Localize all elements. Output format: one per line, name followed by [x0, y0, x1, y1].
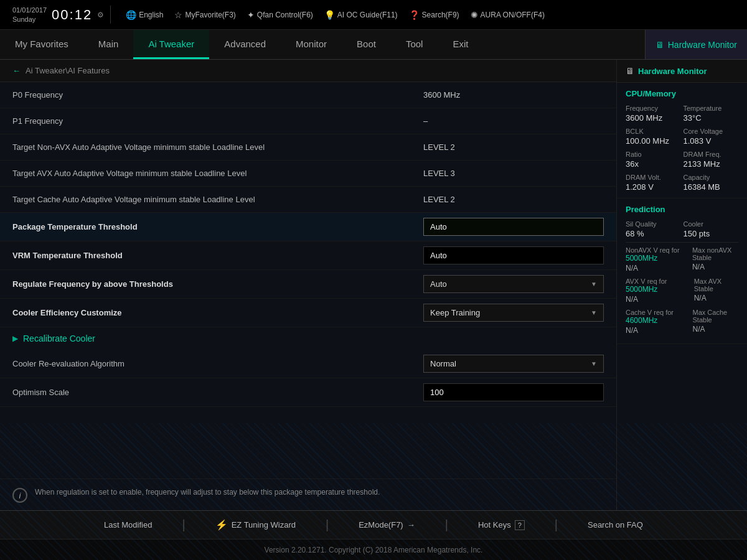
sil-quality-cell: Sil Quality 68 %	[626, 220, 681, 238]
cooler-pts-label: Cooler	[684, 220, 739, 228]
temp-label: Temperature	[684, 105, 739, 112]
avx-req-value: N/A	[626, 295, 694, 304]
max-avx-cell: Max AVX Stable N/A	[694, 278, 738, 304]
cooler-algo-dropdown[interactable]: Normal ▼	[423, 355, 604, 373]
cache-label: Target Cache Auto Adaptive Voltage minim…	[12, 195, 423, 204]
cooler-algo-label: Cooler Re-evaluation Algorithm	[12, 359, 423, 368]
max-nonavx-cell: Max nonAVX Stable N/A	[692, 246, 738, 273]
pkg-temp-input[interactable]: Auto	[423, 218, 604, 236]
cpu-memory-grid: Frequency 3600 MHz Temperature 33°C BCLK…	[626, 105, 738, 192]
vrm-temp-input[interactable]: Auto	[423, 246, 604, 264]
time-display: 00:12	[52, 7, 92, 23]
table-row: Target AVX Auto Adaptive Voltage minimum…	[0, 161, 616, 187]
pkg-temp-row[interactable]: Package Temperature Threshold Auto	[0, 213, 616, 241]
table-row: P0 Frequency 3600 MHz	[0, 82, 616, 108]
nonavx-section: NonAVX V req for 5000MHz N/A Max nonAVX …	[626, 246, 738, 273]
settings-list: P0 Frequency 3600 MHz P1 Frequency – Tar…	[0, 82, 616, 478]
qfan-label: Qfan Control(F6)	[257, 11, 313, 19]
bclk-value: 100.00 MHz	[626, 136, 681, 146]
question-icon: ❓	[409, 10, 420, 20]
hw-panel-title-text: Hardware Monitor	[638, 67, 707, 76]
regulate-freq-label: Regulate Frequency by above Thresholds	[12, 279, 423, 289]
nav-advanced[interactable]: Advanced	[209, 30, 281, 59]
optimism-scale-label: Optimism Scale	[12, 388, 423, 397]
back-arrow-icon[interactable]: ←	[12, 66, 21, 75]
aura-btn[interactable]: ✺ AURA ON/OFF(F4)	[467, 8, 548, 22]
expand-triangle-icon: ▶	[12, 334, 18, 343]
regulate-freq-row: Regulate Frequency by above Thresholds A…	[0, 270, 616, 299]
nav-ai-tweaker[interactable]: Ai Tweaker	[133, 30, 209, 59]
dram-volt-value: 1.208 V	[626, 182, 681, 192]
bclk-label: BCLK	[626, 128, 681, 135]
avx-req-cell: AVX V req for 5000MHz N/A	[626, 278, 694, 304]
recalibrate-title: Recalibrate Cooler	[23, 334, 95, 343]
aura-icon: ✺	[471, 10, 478, 20]
vrm-temp-label: VRM Temperature Threshold	[12, 251, 423, 260]
vrm-temp-row: VRM Temperature Threshold Auto	[0, 241, 616, 270]
p1-freq-value: –	[423, 116, 604, 126]
optimism-scale-input[interactable]: 100	[423, 383, 604, 401]
chevron-down-icon: ▼	[591, 309, 597, 316]
search-btn[interactable]: ❓ Search(F9)	[405, 8, 463, 22]
cache-section: Cache V req for 4600MHz N/A Max Cache St…	[626, 309, 738, 335]
hw-panel-title-row: 🖥 Hardware Monitor	[617, 60, 747, 83]
max-cache-cell: Max Cache Stable N/A	[693, 309, 739, 335]
prediction-section: Prediction Sil Quality 68 % Cooler 150 p…	[617, 198, 747, 344]
core-volt-value: 1.083 V	[684, 136, 739, 146]
freq-cell: Frequency 3600 MHz	[626, 105, 681, 123]
p1-freq-label: P1 Frequency	[12, 116, 423, 126]
nonavx-req-value: N/A	[626, 264, 692, 273]
non-avx-value: LEVEL 2	[423, 142, 604, 152]
hw-monitor-nav-btn[interactable]: 🖥 Hardware Monitor	[645, 30, 747, 59]
max-cache-label: Max Cache Stable	[693, 309, 739, 324]
avx-section: AVX V req for 5000MHz N/A Max AVX Stable…	[626, 278, 738, 304]
max-nonavx-label: Max nonAVX Stable	[692, 246, 738, 261]
footer: Last Modified | ⚡ EZ Tuning Wizard | EzM…	[0, 510, 747, 560]
avx-label: Target AVX Auto Adaptive Voltage minimum…	[12, 169, 423, 178]
footer-bg	[0, 423, 747, 560]
prediction-grid: Sil Quality 68 % Cooler 150 pts	[626, 220, 738, 238]
core-volt-label: Core Voltage	[684, 128, 739, 135]
recalibrate-section-header[interactable]: ▶ Recalibrate Cooler	[0, 327, 616, 350]
ai-oc-label: AI OC Guide(F11)	[337, 11, 398, 19]
qfan-control-btn[interactable]: ✦ Qfan Control(F6)	[243, 8, 317, 22]
capacity-label: Capacity	[684, 174, 739, 181]
divider	[626, 242, 738, 243]
p0-freq-label: P0 Frequency	[12, 90, 423, 100]
nav-monitor[interactable]: Monitor	[281, 30, 342, 59]
ai-oc-guide-btn[interactable]: 💡 AI OC Guide(F11)	[321, 8, 402, 22]
language-selector[interactable]: 🌐 English	[122, 8, 167, 22]
settings-gear-icon[interactable]: ⚙	[97, 11, 104, 19]
nav-tool[interactable]: Tool	[391, 30, 438, 59]
capacity-value: 16384 MB	[684, 182, 739, 192]
nonavx-req-cell: NonAVX V req for 5000MHz N/A	[626, 246, 692, 273]
breadcrumb-path: Ai Tweaker\AI Features	[26, 66, 110, 75]
nav-main[interactable]: Main	[83, 30, 134, 59]
monitor-icon: 🖥	[655, 40, 664, 50]
table-row: Target Cache Auto Adaptive Voltage minim…	[0, 187, 616, 213]
chevron-down-icon: ▼	[591, 360, 597, 367]
fan-icon: ✦	[247, 10, 255, 20]
cooler-efficiency-dropdown[interactable]: Keep Training ▼	[423, 304, 604, 322]
my-favorite-btn[interactable]: ☆ MyFavorite(F3)	[171, 8, 239, 22]
p0-freq-value: 3600 MHz	[423, 90, 604, 100]
sil-quality-value: 68 %	[626, 229, 681, 238]
ratio-value: 36x	[626, 159, 681, 169]
nav-exit[interactable]: Exit	[438, 30, 483, 59]
nav-boot[interactable]: Boot	[342, 30, 391, 59]
ratio-label: Ratio	[626, 151, 681, 158]
globe-icon: 🌐	[126, 10, 136, 20]
date-display: 01/01/2017Sunday	[12, 6, 47, 24]
nav-my-favorites[interactable]: My Favorites	[0, 30, 83, 59]
cpu-memory-section: CPU/Memory Frequency 3600 MHz Temperatur…	[617, 83, 747, 198]
max-nonavx-value: N/A	[692, 263, 738, 271]
monitor-hw-icon: 🖥	[626, 66, 634, 76]
core-volt-cell: Core Voltage 1.083 V	[684, 128, 739, 146]
cache-freq: 4600MHz	[626, 316, 657, 325]
max-avx-label: Max AVX Stable	[694, 278, 738, 292]
nonavx-req-label: NonAVX V req for 5000MHz	[626, 246, 692, 263]
header-tools: 🌐 English ☆ MyFavorite(F3) ✦ Qfan Contro…	[122, 8, 548, 22]
regulate-freq-dropdown[interactable]: Auto ▼	[423, 275, 604, 293]
cache-req-label: Cache V req for 4600MHz	[626, 309, 693, 325]
freq-label: Frequency	[626, 105, 681, 112]
